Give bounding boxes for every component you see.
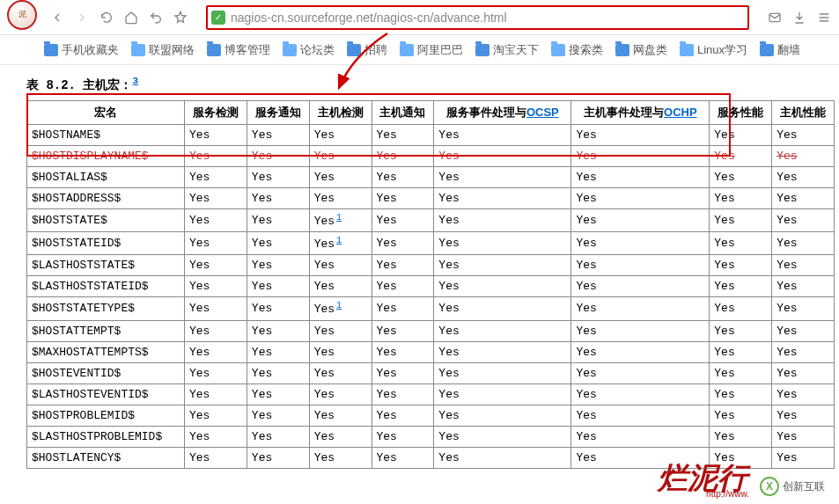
folder-icon — [680, 44, 694, 56]
macro-value-cell: Yes — [772, 426, 835, 447]
bookmark-item[interactable]: 联盟网络 — [131, 42, 195, 58]
header-link[interactable]: OCSP — [526, 106, 559, 119]
macro-value-cell: Yes — [772, 276, 835, 297]
macro-value-cell: Yes — [372, 255, 434, 276]
bookmark-item[interactable]: 博客管理 — [207, 42, 270, 58]
macro-value-cell: Yes — [571, 255, 710, 276]
macro-value-cell: Yes — [434, 362, 571, 383]
macro-value-cell: Yes — [434, 187, 571, 208]
macro-value-cell: Yes — [434, 341, 571, 362]
macro-value-cell: Yes — [247, 297, 309, 320]
macro-value-cell: Yes — [247, 276, 309, 297]
table-header: 宏名 — [27, 100, 185, 124]
footnote-link[interactable]: 1 — [336, 301, 342, 310]
macro-value-cell: Yes — [372, 426, 434, 447]
macro-value-cell: Yes — [309, 426, 372, 447]
macro-value-cell: Yes — [309, 255, 372, 276]
bookmark-item[interactable]: 论坛类 — [283, 42, 335, 58]
mail-icon[interactable] — [767, 10, 783, 26]
macro-value-cell: Yes — [434, 124, 571, 145]
watermark-logo: X 创新互联 — [754, 474, 830, 499]
macro-value-cell: Yes — [185, 231, 247, 254]
macro-value-cell: Yes — [710, 341, 772, 362]
bookmark-label: 网盘类 — [633, 42, 667, 58]
macro-value-cell: Yes — [185, 187, 247, 208]
bookmark-item[interactable]: Linux学习 — [680, 42, 747, 58]
macro-value-cell: Yes — [772, 124, 835, 145]
bookmark-item[interactable]: 淘宝天下 — [475, 42, 539, 58]
macro-value-cell: Yes — [434, 297, 571, 320]
macro-value-cell: Yes — [309, 187, 372, 208]
macro-value-cell: Yes — [772, 383, 835, 405]
macro-value-cell: Yes — [772, 231, 835, 254]
address-bar[interactable]: ✓ nagios-cn.sourceforge.net/nagios-cn/ad… — [206, 5, 749, 30]
macro-value-cell: Yes — [710, 405, 772, 426]
watermark: http://www. 烂泥行 X 创新互联 — [658, 458, 830, 499]
macro-value-cell: Yes — [372, 187, 434, 208]
macro-value-cell: Yes — [372, 362, 434, 383]
table-row: $HOSTDISPLAYNAME$YesYesYesYesYesYesYesYe… — [27, 145, 835, 166]
macro-value-cell: Yes — [185, 297, 247, 320]
macro-value-cell: Yes — [247, 405, 309, 426]
macro-value-cell: Yes — [309, 405, 372, 426]
macro-value-cell: Yes — [710, 297, 772, 320]
back-button[interactable] — [49, 10, 65, 26]
macro-value-cell: Yes — [372, 276, 434, 297]
macro-value-cell: Yes — [571, 320, 710, 341]
bookmark-item[interactable]: 搜索类 — [551, 42, 603, 58]
macro-value-cell: Yes — [372, 320, 434, 341]
macro-value-cell: Yes — [434, 320, 571, 341]
macro-value-cell: Yes — [434, 231, 571, 254]
table-header: 主机性能 — [772, 100, 835, 124]
bookmark-item[interactable]: 阿里巴巴 — [400, 42, 463, 58]
macro-value-cell: Yes — [309, 383, 372, 405]
macro-value-cell: Yes — [185, 426, 247, 447]
macro-value-cell: Yes — [309, 320, 372, 341]
macro-value-cell: Yes — [710, 276, 772, 297]
home-button[interactable] — [123, 10, 139, 26]
header-link[interactable]: OCHP — [664, 106, 697, 119]
bookmark-item[interactable]: 招聘 — [347, 42, 387, 58]
menu-icon[interactable] — [816, 10, 832, 26]
table-header: 服务通知 — [247, 100, 309, 124]
table-row: $HOSTSTATEID$YesYesYes1YesYesYesYesYes — [27, 231, 835, 254]
macro-value-cell: Yes — [309, 447, 372, 468]
download-icon[interactable] — [791, 10, 807, 26]
footnote-link[interactable]: 1 — [336, 236, 342, 245]
macro-value-cell: Yes — [772, 208, 835, 231]
table-row: $HOSTSTATETYPE$YesYesYes1YesYesYesYesYes — [27, 297, 835, 320]
macro-value-cell: Yes — [710, 426, 772, 447]
table-row: $HOSTSTATE$YesYesYes1YesYesYesYesYes — [27, 208, 835, 231]
macro-value-cell: Yes — [434, 208, 571, 231]
macro-value-cell: Yes — [571, 187, 710, 208]
url-text: nagios-cn.sourceforge.net/nagios-cn/adva… — [231, 11, 744, 25]
macro-value-cell: Yes — [372, 297, 434, 320]
macro-value-cell: Yes — [247, 320, 309, 341]
bookmark-label: 淘宝天下 — [493, 42, 539, 58]
macro-value-cell: Yes — [571, 341, 710, 362]
caption-footnote-link[interactable]: 3 — [132, 76, 138, 86]
bookmark-item[interactable]: 手机收藏夹 — [44, 42, 119, 58]
footnote-link[interactable]: 1 — [336, 213, 342, 223]
forward-button[interactable] — [74, 10, 90, 26]
undo-button[interactable] — [148, 10, 164, 26]
macro-value-cell: Yes — [772, 320, 835, 341]
macro-name-cell: $HOSTNAME$ — [27, 124, 185, 145]
bookmark-item[interactable]: 翻墙 — [760, 42, 800, 58]
bookmark-item[interactable]: 网盘类 — [615, 42, 667, 58]
macro-value-cell: Yes — [710, 124, 772, 145]
macro-value-cell: Yes — [571, 405, 710, 426]
macro-value-cell: Yes — [710, 320, 772, 341]
favorite-button[interactable] — [173, 10, 188, 26]
security-shield-icon: ✓ — [211, 11, 225, 25]
table-header: 服务性能 — [710, 100, 772, 124]
macro-name-cell: $HOSTATTEMPT$ — [27, 320, 185, 341]
table-header: 主机通知 — [372, 100, 434, 124]
macro-value-cell: Yes — [571, 231, 710, 254]
folder-icon — [551, 44, 565, 56]
macro-value-cell: Yes — [772, 341, 835, 362]
reload-button[interactable] — [99, 10, 114, 26]
table-row: $LASTHOSTSTATEID$YesYesYesYesYesYesYesYe… — [27, 276, 835, 297]
macro-name-cell: $LASTHOSTPROBLEMID$ — [27, 426, 185, 447]
macro-value-cell: Yes — [247, 255, 309, 276]
